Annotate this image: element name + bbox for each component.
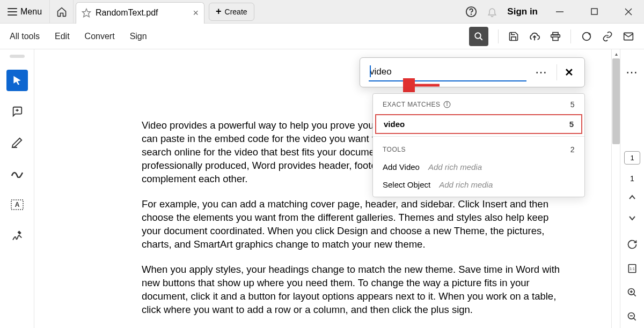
- search-results-popup: EXACT MATCHES 5 video 5 TOOLS 2 Add Vide…: [372, 93, 585, 197]
- tool-name: Add Video: [383, 162, 420, 172]
- select-tool[interactable]: [6, 70, 28, 91]
- separator: [498, 29, 499, 43]
- svg-rect-11: [553, 36, 558, 40]
- svg-point-2: [471, 14, 472, 14]
- exact-matches-header: EXACT MATCHES 5: [373, 94, 584, 113]
- main-toolbar: All tools Edit Convert Sign: [0, 24, 644, 49]
- search-button[interactable]: [469, 27, 488, 46]
- info-icon[interactable]: [443, 101, 451, 108]
- tab-title: RandomText.pdf: [96, 8, 158, 18]
- hamburger-icon: [8, 8, 17, 16]
- workspace: A Video provides a powerful way to help …: [0, 49, 644, 328]
- draw-tool[interactable]: [6, 163, 28, 184]
- scroll-thumb[interactable]: [612, 58, 620, 144]
- result-count: 5: [569, 120, 574, 129]
- search-popup: ⋯ ✕: [360, 57, 585, 87]
- menu-label: Menu: [20, 7, 42, 17]
- link-icon[interactable]: [602, 31, 613, 42]
- mail-icon[interactable]: [623, 31, 634, 42]
- fit-page-button[interactable]: 1:1: [625, 262, 640, 274]
- menu-button[interactable]: Menu: [0, 0, 50, 24]
- home-button[interactable]: [50, 0, 74, 24]
- separator: [557, 64, 557, 80]
- titlebar: Menu RandomText.pdf × + Create Sign in: [0, 0, 644, 24]
- document-tab[interactable]: RandomText.pdf ×: [76, 2, 204, 24]
- cloud-upload-icon[interactable]: [529, 31, 540, 42]
- rotate-button[interactable]: [625, 238, 640, 251]
- print-icon[interactable]: [550, 31, 561, 42]
- zoom-in-button[interactable]: [625, 286, 640, 299]
- textbox-tool[interactable]: A: [6, 194, 28, 215]
- page-down-button[interactable]: [625, 212, 640, 225]
- svg-point-32: [447, 103, 448, 103]
- more-options-button[interactable]: ⋯: [626, 65, 639, 79]
- search-options-button[interactable]: ⋯: [532, 65, 551, 79]
- tools-count: 2: [570, 145, 575, 154]
- right-panel: ⋯ 1 1 1:1: [620, 49, 644, 328]
- highlight-tool[interactable]: [6, 132, 28, 153]
- tool-name: Select Object: [383, 180, 430, 189]
- home-icon: [56, 6, 67, 17]
- create-button[interactable]: + Create: [209, 3, 254, 21]
- svg-line-8: [480, 38, 482, 40]
- tools-label: TOOLS: [383, 146, 406, 153]
- svg-point-7: [475, 33, 481, 39]
- search-close-button[interactable]: ✕: [562, 66, 576, 79]
- vertical-scrollbar[interactable]: ▴: [611, 49, 620, 328]
- pencil-icon: [11, 137, 23, 148]
- edit-button[interactable]: Edit: [55, 32, 70, 41]
- comment-icon: [11, 106, 23, 117]
- sign-button[interactable]: Sign: [130, 32, 147, 41]
- search-icon: [474, 32, 484, 41]
- svg-line-22: [634, 294, 636, 296]
- svg-rect-4: [591, 9, 597, 14]
- cursor-icon: [12, 74, 23, 86]
- divider: [373, 136, 584, 137]
- paragraph: For example, you can add a matching cove…: [142, 198, 560, 251]
- all-tools-button[interactable]: All tools: [10, 32, 40, 41]
- plus-icon: +: [216, 6, 222, 17]
- star-icon: [82, 8, 91, 18]
- toolbar-right: [469, 27, 634, 46]
- tool-result-item[interactable]: Select Object Add rich media: [373, 176, 584, 197]
- ai-sparkle-icon[interactable]: [581, 31, 592, 42]
- save-icon[interactable]: [508, 31, 519, 42]
- page-total: 1: [630, 174, 634, 183]
- page-up-button[interactable]: [625, 191, 640, 204]
- tool-hint: Add rich media: [428, 162, 482, 172]
- scroll-up-button[interactable]: ▴: [612, 49, 620, 58]
- help-icon[interactable]: [465, 6, 477, 18]
- paragraph: When you apply styles, your headings cha…: [142, 263, 560, 317]
- zoom-out-button[interactable]: [625, 310, 640, 323]
- signin-button[interactable]: Sign in: [507, 6, 538, 17]
- tools-header: TOOLS 2: [373, 139, 584, 158]
- window-minimize[interactable]: [547, 0, 572, 24]
- svg-text:1:1: 1:1: [630, 266, 635, 270]
- exact-matches-label: EXACT MATCHES: [383, 101, 440, 108]
- separator: [570, 29, 571, 43]
- create-label: Create: [225, 8, 247, 16]
- bell-icon[interactable]: [487, 6, 497, 17]
- svg-line-26: [634, 318, 636, 320]
- signature-tool[interactable]: [6, 225, 28, 247]
- tab-close-button[interactable]: ×: [193, 8, 199, 19]
- textbox-icon: A: [11, 199, 24, 210]
- exact-matches-count: 5: [570, 100, 575, 109]
- signature-icon: [11, 230, 24, 242]
- page-input[interactable]: 1: [624, 151, 640, 165]
- text-cursor: [370, 65, 371, 77]
- tool-hint: Add rich media: [439, 180, 493, 189]
- annotation-arrow: [403, 78, 441, 92]
- result-term: video: [384, 120, 405, 129]
- drag-handle[interactable]: [10, 55, 25, 58]
- titlebar-right: Sign in: [465, 0, 644, 24]
- search-input[interactable]: [369, 63, 526, 81]
- convert-button[interactable]: Convert: [85, 32, 115, 41]
- svg-marker-0: [83, 9, 91, 17]
- search-result-item[interactable]: video 5: [375, 114, 582, 134]
- left-toolbar: A: [0, 49, 34, 328]
- window-close[interactable]: [616, 0, 641, 24]
- window-maximize[interactable]: [582, 0, 606, 24]
- comment-tool[interactable]: [6, 101, 28, 122]
- tool-result-item[interactable]: Add Video Add rich media: [373, 158, 584, 176]
